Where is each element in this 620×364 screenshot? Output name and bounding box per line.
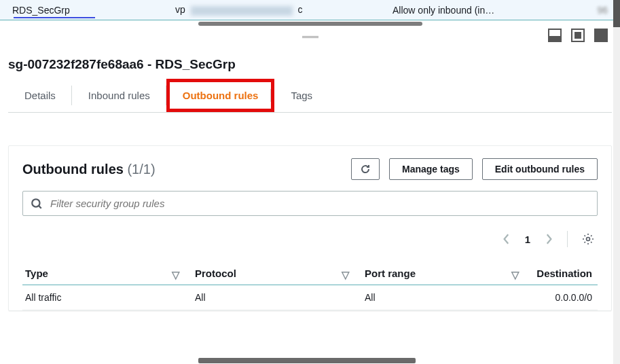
page-title: sg-007232f287fe68aa6 - RDS_SecGrp <box>0 46 620 79</box>
sg-description: Allow only inbound (in… <box>393 5 494 16</box>
horizontal-scrollbar-top[interactable] <box>0 20 620 27</box>
sort-icon: ▽ <box>511 269 519 281</box>
col-header-destination-label: Destination <box>536 268 592 279</box>
page-number: 1 <box>525 234 530 245</box>
view-mode-split-icon[interactable] <box>571 29 585 42</box>
sort-icon: ▽ <box>342 269 350 281</box>
sg-vpc-suffix: c <box>298 4 303 15</box>
col-header-protocol[interactable]: Protocol ▽ <box>192 268 362 279</box>
pagination: 1 <box>22 231 598 247</box>
outbound-rules-panel: Outbound rules (1/1) Manage tags Edit ou… <box>8 145 612 311</box>
chevron-left-icon <box>502 233 511 245</box>
manage-tags-button[interactable]: Manage tags <box>389 158 473 180</box>
tab-details[interactable]: Details <box>8 79 72 112</box>
rules-table-body: All trafficAllAll0.0.0.0/0 <box>22 285 598 310</box>
sg-description-cell: Allow only inbound (in… <box>380 2 559 18</box>
splitter-grip-icon <box>302 36 318 38</box>
rules-table: Type ▽ Protocol ▽ Port range ▽ Destinati… <box>22 262 598 310</box>
cell-protocol: All <box>192 292 362 303</box>
view-mode-full-icon[interactable] <box>594 29 608 42</box>
tab-inbound-rules[interactable]: Inbound rules <box>72 79 166 112</box>
tab-outbound-rules-label: Outbound rules <box>183 90 259 101</box>
filter-input[interactable] <box>22 191 598 216</box>
table-settings-button[interactable] <box>581 232 595 246</box>
cell-destination: 0.0.0.0/0 <box>532 292 598 303</box>
svg-point-1 <box>587 238 590 241</box>
sg-trailing-cell: 96 <box>559 2 620 18</box>
detail-tabs: Details Inbound rules Outbound rules Tag… <box>8 79 612 113</box>
horizontal-scrollbar-bottom-thumb[interactable] <box>198 358 416 363</box>
panel-title-count: (1/1) <box>127 162 155 177</box>
tab-tags-label: Tags <box>291 90 312 101</box>
pagination-divider <box>567 231 568 247</box>
redacted-vpc-id <box>191 6 293 16</box>
col-header-type[interactable]: Type ▽ <box>22 268 192 279</box>
vertical-scrollbar-thumb[interactable] <box>613 0 620 27</box>
panel-header: Outbound rules (1/1) Manage tags Edit ou… <box>22 158 598 180</box>
manage-tags-label: Manage tags <box>402 164 460 175</box>
selected-sg-row[interactable]: RDS_SecGrp vp c Allow only inbound (in… … <box>0 0 620 20</box>
refresh-icon <box>360 164 371 175</box>
horizontal-scrollbar-bottom[interactable] <box>0 357 613 364</box>
col-header-protocol-label: Protocol <box>195 268 236 279</box>
tab-details-label: Details <box>24 90 56 101</box>
cell-type: All traffic <box>22 292 192 303</box>
col-header-type-label: Type <box>25 268 48 279</box>
vertical-scrollbar[interactable] <box>613 0 620 364</box>
panel-title-text: Outbound rules <box>22 162 124 177</box>
gear-icon <box>581 232 595 246</box>
tab-tags[interactable]: Tags <box>274 79 329 112</box>
col-header-destination[interactable]: Destination <box>532 268 598 279</box>
svg-point-0 <box>32 199 39 206</box>
panel-title: Outbound rules (1/1) <box>22 162 156 177</box>
edit-outbound-rules-label: Edit outbound rules <box>495 164 585 175</box>
col-header-port-range-label: Port range <box>365 268 416 279</box>
rules-table-header: Type ▽ Protocol ▽ Port range ▽ Destinati… <box>22 262 598 285</box>
table-row[interactable]: All trafficAllAll0.0.0.0/0 <box>22 285 598 310</box>
panel-splitter[interactable] <box>0 27 620 46</box>
sg-trailing: 96 <box>597 5 608 16</box>
refresh-button[interactable] <box>351 158 380 180</box>
sg-name: RDS_SecGrp <box>12 5 70 16</box>
panel-actions: Manage tags Edit outbound rules <box>351 158 598 180</box>
chevron-right-icon <box>544 233 553 245</box>
search-icon <box>31 198 43 210</box>
col-header-port-range[interactable]: Port range ▽ <box>362 268 532 279</box>
sg-vpc-prefix: vp <box>175 4 185 15</box>
edit-outbound-rules-button[interactable]: Edit outbound rules <box>482 158 598 180</box>
horizontal-scrollbar-thumb[interactable] <box>198 22 422 26</box>
tab-outbound-rules[interactable]: Outbound rules <box>166 79 275 112</box>
page-prev-button[interactable] <box>502 233 511 245</box>
sg-vpc-cell: vp c <box>163 1 380 18</box>
filter-wrapper <box>22 191 598 216</box>
page-next-button[interactable] <box>544 233 553 245</box>
tab-inbound-rules-label: Inbound rules <box>88 90 150 101</box>
cell-port-range: All <box>362 292 532 303</box>
sort-icon: ▽ <box>172 269 180 281</box>
sg-name-cell: RDS_SecGrp <box>0 2 163 18</box>
view-mode-bottom-panel-icon[interactable] <box>548 29 562 42</box>
